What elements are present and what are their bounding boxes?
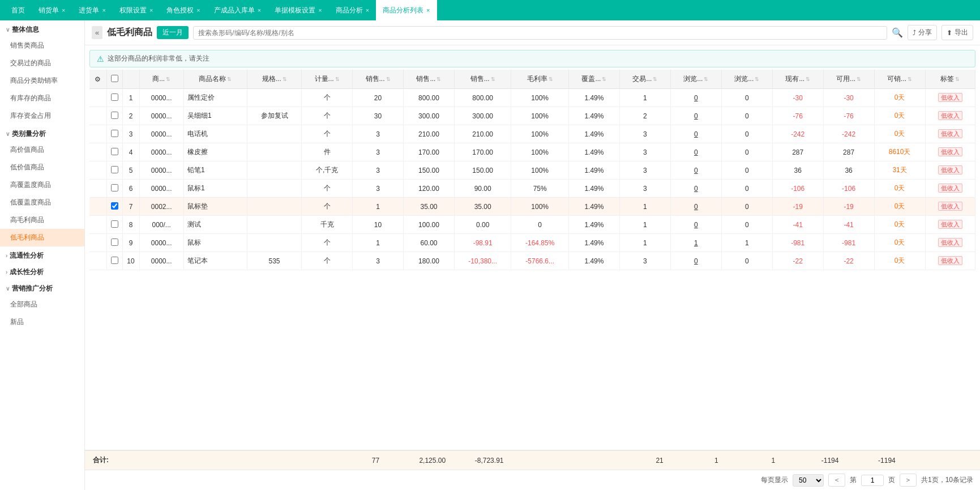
td-check[interactable]	[106, 198, 122, 216]
view1-link[interactable]: 0	[694, 185, 698, 193]
close-icon[interactable]: ×	[62, 7, 65, 14]
td-view1[interactable]: 0	[670, 216, 721, 234]
th-coverage[interactable]: 覆盖...⇅	[568, 70, 619, 89]
th-name[interactable]: 商品名称⇅	[183, 70, 247, 89]
close-icon[interactable]: ×	[149, 7, 153, 14]
nav-permissions[interactable]: 权限设置 ×	[113, 0, 160, 20]
row-checkbox[interactable]	[111, 220, 118, 228]
select-all-checkbox[interactable]	[111, 75, 118, 82]
td-view1[interactable]: 0	[670, 180, 721, 198]
th-gross-rate[interactable]: 毛利率⇅	[511, 70, 569, 89]
th-sales-profit[interactable]: 销售...⇅	[454, 70, 511, 89]
share-button[interactable]: ⤴ 分享	[908, 25, 937, 40]
td-check[interactable]	[106, 180, 122, 198]
page-number-input[interactable]	[861, 475, 884, 486]
period-button[interactable]: 近一月	[157, 26, 189, 39]
sidebar-item-low-coverage[interactable]: 低覆盖度商品	[0, 194, 84, 211]
row-checkbox[interactable]	[111, 112, 118, 119]
nav-role-auth[interactable]: 角色授权 ×	[160, 0, 207, 20]
collapse-button[interactable]: «	[92, 26, 102, 39]
sidebar-item-high-value[interactable]: 高价值商品	[0, 141, 84, 159]
th-unit[interactable]: 计量...⇅	[302, 70, 353, 89]
close-icon[interactable]: ×	[366, 7, 369, 14]
sidebar-item-high-coverage[interactable]: 高覆盖度商品	[0, 176, 84, 194]
th-available[interactable]: 可用...⇅	[823, 70, 874, 89]
nav-purchase[interactable]: 进货单 ×	[72, 0, 112, 20]
close-icon[interactable]: ×	[258, 7, 261, 14]
view1-link[interactable]: 0	[694, 112, 698, 120]
th-current-stock[interactable]: 现有...⇅	[772, 70, 823, 89]
td-check[interactable]	[106, 125, 122, 143]
td-check[interactable]	[106, 161, 122, 180]
nav-product-analysis-list[interactable]: 商品分析列表 ×	[376, 0, 436, 20]
td-view1[interactable]: 0	[670, 161, 721, 180]
per-page-select[interactable]: 50 100 200	[793, 474, 824, 487]
nav-template-settings[interactable]: 单据模板设置 ×	[268, 0, 328, 20]
td-view1[interactable]: 0	[670, 143, 721, 161]
view1-link[interactable]: 0	[694, 130, 698, 138]
nav-sales[interactable]: 销货单 ×	[32, 0, 72, 20]
row-checkbox[interactable]	[111, 130, 118, 137]
sidebar-item-traded-goods[interactable]: 交易过的商品	[0, 54, 84, 72]
sidebar-item-low-margin[interactable]: 低毛利商品	[0, 229, 84, 246]
th-tag[interactable]: 标签⇅	[925, 70, 975, 89]
next-page-button[interactable]: ＞	[900, 474, 917, 487]
view1-link[interactable]: 0	[694, 148, 698, 156]
nav-product-analysis[interactable]: 商品分析 ×	[329, 0, 376, 20]
td-check[interactable]	[106, 143, 122, 161]
sidebar-item-category-rate[interactable]: 商品分类助销率	[0, 72, 84, 90]
nav-product-entry[interactable]: 产成品入库单 ×	[207, 0, 268, 20]
sidebar-item-low-value[interactable]: 低价值商品	[0, 159, 84, 176]
th-spec[interactable]: 规格...⇅	[247, 70, 301, 89]
th-trade[interactable]: 交易...⇅	[619, 70, 670, 89]
th-sales-qty[interactable]: 销售...⇅	[353, 70, 404, 89]
row-checkbox[interactable]	[111, 202, 118, 210]
td-view1[interactable]: 0	[670, 125, 721, 143]
td-check[interactable]	[106, 216, 122, 234]
view1-link[interactable]: 1	[694, 239, 698, 247]
close-icon[interactable]: ×	[426, 7, 430, 14]
nav-home[interactable]: 首页	[5, 0, 32, 20]
close-icon[interactable]: ×	[318, 7, 322, 14]
th-view2[interactable]: 浏览...⇅	[721, 70, 772, 89]
sidebar-item-in-stock[interactable]: 有库存的商品	[0, 90, 84, 107]
row-checkbox[interactable]	[111, 257, 118, 264]
td-check[interactable]	[106, 107, 122, 125]
sidebar-item-high-margin[interactable]: 高毛利商品	[0, 211, 84, 229]
td-view1[interactable]: 1	[670, 234, 721, 252]
sidebar-group-growth[interactable]: › 成长性分析	[0, 263, 84, 279]
row-checkbox[interactable]	[111, 148, 118, 155]
view1-link[interactable]: 0	[694, 203, 698, 211]
td-check[interactable]	[106, 234, 122, 252]
sidebar-group-category[interactable]: ∨ 类别量分析	[0, 125, 84, 141]
close-icon[interactable]: ×	[196, 7, 200, 14]
sidebar-group-overall[interactable]: ∨ 整体信息	[0, 20, 84, 37]
row-checkbox[interactable]	[111, 166, 118, 173]
sidebar-group-circulation[interactable]: › 流通性分析	[0, 246, 84, 263]
td-view1[interactable]: 0	[670, 107, 721, 125]
td-view1[interactable]: 0	[670, 198, 721, 216]
sidebar-item-capital[interactable]: 库存资金占用	[0, 107, 84, 125]
search-input[interactable]	[193, 26, 887, 40]
sidebar-item-sales-goods[interactable]: 销售类商品	[0, 37, 84, 54]
th-view1[interactable]: 浏览...⇅	[670, 70, 721, 89]
td-check[interactable]	[106, 252, 122, 270]
td-view1[interactable]: 0	[670, 252, 721, 270]
td-check[interactable]	[106, 89, 122, 107]
th-sellable[interactable]: 可销...⇅	[874, 70, 925, 89]
th-sales-price[interactable]: 销售...⇅	[404, 70, 455, 89]
td-view1[interactable]: 0	[670, 89, 721, 107]
table-wrapper[interactable]: ⚙ 商...⇅ 商品名称⇅ 规格...⇅ 计量...⇅ 销售...⇅ 销售...…	[85, 70, 980, 450]
search-icon-button[interactable]: 🔍	[892, 27, 903, 38]
sidebar-item-new-goods[interactable]: 新品	[0, 313, 84, 331]
view1-link[interactable]: 0	[694, 257, 698, 265]
view1-link[interactable]: 0	[694, 167, 698, 174]
row-checkbox[interactable]	[111, 238, 118, 246]
sidebar-item-all-goods[interactable]: 全部商品	[0, 296, 84, 313]
view1-link[interactable]: 0	[694, 221, 698, 229]
prev-page-button[interactable]: ＜	[828, 474, 845, 487]
th-settings[interactable]: ⚙	[89, 70, 106, 89]
row-checkbox[interactable]	[111, 93, 118, 101]
th-check[interactable]	[106, 70, 122, 89]
view1-link[interactable]: 0	[694, 94, 698, 102]
